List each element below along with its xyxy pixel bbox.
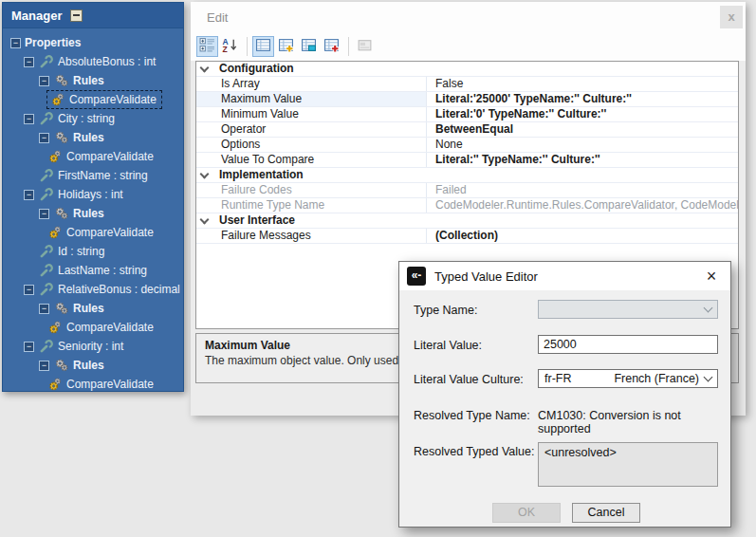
grid-row-operator[interactable]: OperatorBetweenEqual <box>196 122 738 138</box>
property-value[interactable]: BetweenEqual <box>427 122 738 137</box>
tree-item-comparevalidate[interactable]: CompareValidate <box>3 223 183 242</box>
grid-row-failure-codes[interactable]: Failure CodesFailed <box>196 183 738 198</box>
tree-item-comparevalidate[interactable]: CompareValidate <box>3 147 183 166</box>
tree-item-label: Holidays : int <box>58 188 123 201</box>
property-label: Is Array <box>212 77 427 91</box>
property-value[interactable]: Failed <box>427 183 738 197</box>
tree-item-relativebonus-decimal[interactable]: −RelativeBonus : decimal <box>3 280 183 299</box>
dialog-titlebar[interactable]: «- Typed Value Editor × <box>399 262 730 290</box>
tree-item-label: CompareValidate <box>66 378 154 391</box>
tree-item-properties[interactable]: −Properties <box>3 33 183 52</box>
property-value[interactable]: Literal:'0' TypeName:'' Culture:'' <box>427 107 738 121</box>
alphabetical-sort-button[interactable]: AZ <box>219 36 241 57</box>
grid-row-value-to-compare[interactable]: Value To CompareLiteral:'' TypeName:'' C… <box>196 153 738 168</box>
grid-row-minimum-value[interactable]: Minimum ValueLiteral:'0' TypeName:'' Cul… <box>196 107 738 122</box>
add-required-property-button[interactable] <box>321 36 342 57</box>
property-value[interactable]: Literal:'' TypeName:'' Culture:'' <box>427 153 738 167</box>
property-value[interactable]: Literal:'25000' TypeName:'' Culture:'' <box>427 92 738 106</box>
property-value[interactable]: (Collection) <box>427 229 738 243</box>
cancel-button[interactable]: Cancel <box>572 503 640 523</box>
collapse-expander-icon[interactable]: − <box>39 304 49 314</box>
property-label: Failure Messages <box>212 229 427 243</box>
collapse-expander-icon[interactable]: − <box>24 285 34 295</box>
grid-row-options[interactable]: OptionsNone <box>196 138 738 153</box>
grid-row-runtime-type-name[interactable]: Runtime Type NameCodeModeler.Runtime.Rul… <box>196 198 738 213</box>
property-tree: −Properties−AbsoluteBonus : int−RulesCom… <box>3 28 183 394</box>
collapse-panel-icon[interactable] <box>70 9 83 22</box>
collapse-expander-icon[interactable]: − <box>24 342 34 352</box>
chevron-down-icon[interactable] <box>200 170 210 179</box>
tree-item-rules[interactable]: −Rules <box>3 204 183 223</box>
grid-category-implementation[interactable]: Implementation <box>196 168 738 183</box>
categorized-view-button[interactable] <box>196 36 218 57</box>
tree-item-firstname-string[interactable]: FirstName : string <box>3 166 183 185</box>
property-value[interactable]: False <box>427 77 738 91</box>
edit-close-button[interactable]: x <box>720 6 743 28</box>
collapse-expander-icon[interactable]: − <box>24 57 34 67</box>
collapse-expander-icon[interactable]: − <box>39 361 49 371</box>
property-label: Minimum Value <box>212 107 427 121</box>
tree-item-city-string[interactable]: −City : string <box>3 109 183 128</box>
property-label: Options <box>212 138 427 152</box>
tree-item-label: FirstName : string <box>58 169 148 182</box>
resolved-type-name-label: Resolved Type Name: <box>414 409 530 422</box>
category-gutter <box>196 213 212 228</box>
tree-item-absolutebonus-int[interactable]: −AbsoluteBonus : int <box>3 52 183 71</box>
literal-value-culture-label: Literal Value Culture: <box>414 373 524 386</box>
property-value[interactable]: CodeModeler.Runtime.Rules.CompareValidat… <box>427 198 738 213</box>
dialog-close-icon[interactable]: × <box>700 267 723 287</box>
collapse-expander-icon[interactable]: − <box>10 38 21 48</box>
collapse-expander-icon[interactable]: − <box>39 76 49 86</box>
copy-property-button[interactable] <box>298 36 320 57</box>
tree-item-label: CompareValidate <box>66 226 154 239</box>
new-property-button[interactable] <box>275 36 297 57</box>
ok-button: OK <box>492 503 561 523</box>
row-gutter <box>196 122 212 137</box>
tree-item-rules[interactable]: −Rules <box>3 299 183 318</box>
toolbar-separator <box>247 37 248 56</box>
chevron-down-icon <box>704 373 713 382</box>
collapse-expander-icon[interactable]: − <box>24 190 34 200</box>
grid-row-is-array[interactable]: Is ArrayFalse <box>196 77 738 92</box>
gears-icon <box>53 73 69 88</box>
grid-category-user-interface[interactable]: User Interface <box>196 213 738 229</box>
grid-row-maximum-value[interactable]: Maximum ValueLiteral:'25000' TypeName:''… <box>196 92 738 107</box>
property-value[interactable]: None <box>427 138 738 152</box>
tree-item-rules[interactable]: −Rules <box>3 71 183 90</box>
tree-item-rules[interactable]: −Rules <box>3 128 183 147</box>
tree-item-id-string[interactable]: Id : string <box>3 242 183 261</box>
tree-item-label: AbsoluteBonus : int <box>58 55 156 68</box>
literal-value-culture-combo[interactable]: fr-FR French (France) <box>538 369 718 388</box>
chevron-down-icon[interactable] <box>200 215 210 225</box>
collapse-expander-icon[interactable]: − <box>24 114 34 124</box>
literal-value-label: Literal Value: <box>414 339 482 352</box>
literal-value-input[interactable] <box>538 335 718 354</box>
property-label: Operator <box>212 122 427 137</box>
collapse-expander-icon[interactable]: − <box>39 209 49 219</box>
property-label: Maximum Value <box>212 92 427 106</box>
tree-item-seniority-int[interactable]: −Seniority : int <box>3 337 183 356</box>
resolved-typed-value-label: Resolved Typed Value: <box>414 445 534 458</box>
grid-row-failure-messages[interactable]: Failure Messages(Collection) <box>196 229 738 244</box>
tree-item-label: Rules <box>73 207 104 220</box>
culture-name: French (France) <box>614 372 699 385</box>
tree-item-comparevalidate[interactable]: CompareValidate <box>3 90 183 109</box>
category-label: User Interface <box>212 213 295 228</box>
tree-item-label: Seniority : int <box>58 340 123 353</box>
chevron-down-icon[interactable] <box>200 64 210 73</box>
tree-item-label: City : string <box>58 112 115 125</box>
tree-item-holidays-int[interactable]: −Holidays : int <box>3 185 183 204</box>
gears-gold-icon <box>46 225 63 240</box>
tree-item-rules[interactable]: −Rules <box>3 356 183 375</box>
collapse-expander-icon[interactable]: − <box>39 133 49 143</box>
tree-panel-header[interactable]: Manager <box>3 3 183 28</box>
list-add-icon <box>278 37 294 57</box>
show-properties-button[interactable] <box>252 36 274 57</box>
az-icon: AZ <box>222 37 238 57</box>
tree-item-comparevalidate[interactable]: CompareValidate <box>3 375 183 394</box>
tree-item-comparevalidate[interactable]: CompareValidate <box>3 318 183 337</box>
tree-item-lastname-string[interactable]: LastName : string <box>3 261 183 280</box>
gears-icon <box>53 301 69 316</box>
category-gutter <box>196 62 212 76</box>
grid-category-configuration[interactable]: Configuration <box>196 62 738 77</box>
